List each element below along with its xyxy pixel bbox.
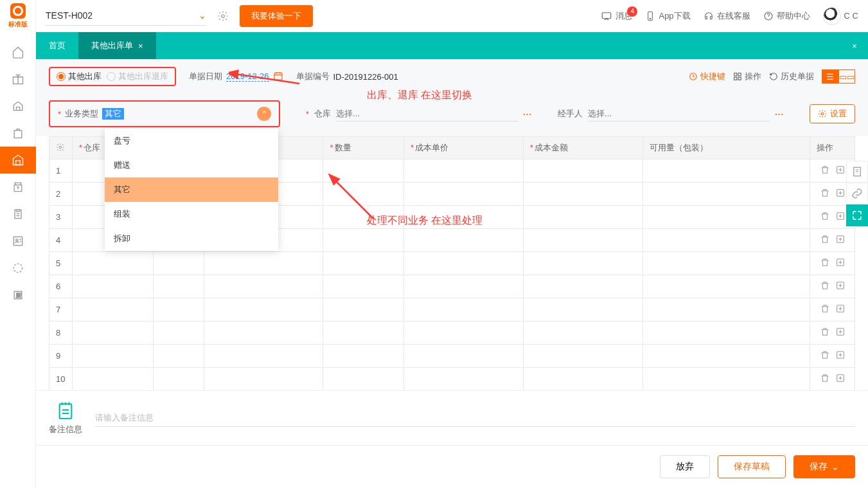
sidebar-sync-icon[interactable] bbox=[0, 255, 36, 282]
table-row[interactable]: 9 bbox=[49, 345, 855, 368]
sidebar-gift-icon[interactable] bbox=[0, 66, 36, 93]
column-price: *成本单价 bbox=[403, 137, 523, 159]
row-index: 10 bbox=[49, 368, 73, 391]
delete-row-icon[interactable] bbox=[820, 257, 830, 269]
discard-button[interactable]: 放弃 bbox=[660, 455, 710, 478]
view-list-icon[interactable]: ☰ bbox=[822, 69, 838, 84]
messages-link[interactable]: 消息 4 bbox=[601, 10, 632, 22]
notepad-icon bbox=[55, 401, 76, 421]
row-index: 6 bbox=[49, 275, 73, 298]
calendar-icon[interactable] bbox=[273, 71, 283, 83]
delete-row-icon[interactable] bbox=[820, 327, 830, 339]
rail-note-icon[interactable] bbox=[846, 161, 868, 183]
sidebar-home-icon[interactable] bbox=[0, 39, 36, 66]
table-row[interactable]: 8 bbox=[49, 321, 855, 345]
add-row-icon[interactable] bbox=[835, 188, 846, 200]
add-row-icon[interactable] bbox=[835, 211, 846, 223]
user-menu[interactable]: C C bbox=[823, 7, 858, 25]
save-button[interactable]: 保存⌄ bbox=[793, 455, 855, 478]
remark-input[interactable] bbox=[95, 409, 855, 427]
hotkey-link[interactable]: 快捷键 bbox=[689, 71, 725, 82]
radio-dot-icon bbox=[57, 72, 66, 81]
table-row[interactable]: 7 bbox=[49, 298, 855, 321]
topbar: TEST-H002 ⌄ 我要体验一下 消息 4 App下载 在线客服 bbox=[36, 0, 868, 32]
column-ops: 操作 bbox=[810, 137, 855, 159]
rail-expand-icon[interactable] bbox=[846, 204, 868, 226]
rail-link-icon[interactable] bbox=[846, 183, 868, 204]
column-gear[interactable] bbox=[49, 137, 73, 159]
sidebar-new-icon[interactable]: 新 bbox=[0, 282, 36, 309]
dropdown-item[interactable]: 组装 bbox=[105, 202, 278, 226]
add-row-icon[interactable] bbox=[835, 234, 846, 246]
dropdown-item[interactable]: 赠送 bbox=[105, 153, 278, 177]
column-avail: 可用量（包装） bbox=[642, 137, 810, 159]
settings-button[interactable]: 设置 bbox=[810, 104, 855, 123]
svg-rect-4 bbox=[13, 237, 22, 245]
bill-date-value[interactable]: 2019-12-26 bbox=[226, 71, 269, 82]
chevron-down-icon: ⌄ bbox=[199, 10, 206, 21]
delete-row-icon[interactable] bbox=[820, 373, 830, 385]
handler-input[interactable] bbox=[588, 106, 770, 122]
customer-service-link[interactable]: 在线客服 bbox=[704, 10, 750, 22]
add-row-icon[interactable] bbox=[835, 303, 846, 316]
sidebar-clipboard-icon[interactable] bbox=[0, 201, 36, 228]
delete-row-icon[interactable] bbox=[820, 234, 830, 246]
add-row-icon[interactable] bbox=[835, 373, 846, 385]
close-icon[interactable]: × bbox=[138, 41, 143, 51]
tab-home[interactable]: 首页 bbox=[36, 32, 78, 59]
dropdown-item[interactable]: 盘亏 bbox=[105, 129, 278, 153]
svg-point-21 bbox=[821, 113, 824, 115]
delete-row-icon[interactable] bbox=[820, 188, 830, 200]
delete-row-icon[interactable] bbox=[820, 350, 830, 362]
svg-point-12 bbox=[650, 18, 651, 19]
app-download-link[interactable]: App下载 bbox=[645, 10, 690, 22]
more-icon[interactable]: ··· bbox=[523, 109, 532, 119]
add-row-icon[interactable] bbox=[835, 165, 846, 177]
gear-icon bbox=[818, 109, 827, 118]
warehouse-input[interactable] bbox=[336, 106, 518, 122]
out-return-radio-group: 其他出库 其他出库退库 bbox=[49, 67, 176, 86]
sidebar-house-icon[interactable] bbox=[0, 93, 36, 120]
tab-other-outbound[interactable]: 其他出库单 × bbox=[78, 32, 156, 59]
tab-bar: 首页 其他出库单 × × bbox=[36, 32, 868, 59]
add-row-icon[interactable] bbox=[835, 280, 846, 293]
table-row[interactable]: 5 bbox=[49, 252, 855, 275]
table-row[interactable]: 10 bbox=[49, 368, 855, 391]
view-card-icon[interactable]: ▭▭ bbox=[838, 69, 855, 84]
add-row-icon[interactable] bbox=[835, 350, 846, 362]
sidebar-user-list-icon[interactable] bbox=[0, 228, 36, 255]
experience-button[interactable]: 我要体验一下 bbox=[240, 5, 313, 27]
table-row[interactable]: 6 bbox=[49, 275, 855, 298]
close-all-tabs-icon[interactable]: × bbox=[841, 32, 868, 59]
delete-row-icon[interactable] bbox=[820, 211, 830, 223]
annotation-top: 出库、退库 在这里切换 bbox=[367, 89, 472, 102]
store-selector[interactable]: TEST-H002 ⌄ bbox=[46, 6, 206, 26]
radio-dot-icon bbox=[107, 72, 116, 81]
row-index: 3 bbox=[49, 206, 73, 229]
dropdown-item[interactable]: 其它 bbox=[105, 177, 278, 202]
sidebar-bag-icon[interactable] bbox=[0, 120, 36, 147]
delete-row-icon[interactable] bbox=[820, 280, 830, 293]
sidebar-money-icon[interactable] bbox=[0, 174, 36, 201]
hotkey-icon bbox=[689, 72, 698, 81]
delete-row-icon[interactable] bbox=[820, 165, 830, 177]
operate-link[interactable]: 操作 bbox=[733, 71, 761, 82]
more-icon[interactable]: ··· bbox=[775, 109, 784, 119]
mobile-icon bbox=[645, 11, 655, 21]
business-type-selector[interactable]: * 业务类型 其它 ⌃ 盘亏 赠送 其它 组装 拆卸 bbox=[49, 100, 280, 127]
avatar bbox=[823, 7, 841, 25]
add-row-icon[interactable] bbox=[835, 257, 846, 269]
logo-icon bbox=[10, 3, 26, 19]
history-link[interactable]: 历史单据 bbox=[769, 71, 814, 82]
help-center-link[interactable]: 帮助中心 bbox=[763, 10, 810, 22]
right-rail bbox=[846, 161, 868, 226]
add-row-icon[interactable] bbox=[835, 327, 846, 339]
delete-row-icon[interactable] bbox=[820, 303, 830, 316]
row-index: 8 bbox=[49, 321, 73, 345]
radio-outbound[interactable]: 其他出库 bbox=[57, 71, 102, 82]
dropdown-item[interactable]: 拆卸 bbox=[105, 226, 278, 251]
gear-icon[interactable] bbox=[214, 7, 232, 25]
sidebar-warehouse-icon[interactable] bbox=[0, 147, 36, 174]
radio-return[interactable]: 其他出库退库 bbox=[107, 71, 168, 82]
save-draft-button[interactable]: 保存草稿 bbox=[718, 455, 786, 478]
